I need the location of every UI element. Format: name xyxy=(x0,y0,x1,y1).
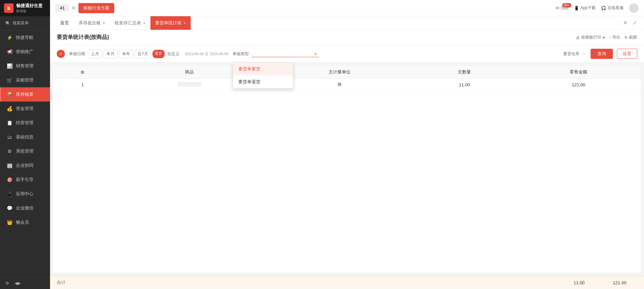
refresh-label: 刷新 xyxy=(629,35,637,40)
print-label: 按模板打印 xyxy=(581,35,601,40)
sidebar-nav: ⚡ 快捷导航 📢 营销推广 📊 销售管理 🛒 采购管理 📦 库存核算 💰 资金管… xyxy=(0,30,50,277)
type-select-dropdown[interactable]: ∧ xyxy=(252,51,319,57)
sidebar-item-purchase[interactable]: 🛒 采购管理 xyxy=(0,73,50,87)
date-range-display: 2023-05-06 至 2023-06-06 xyxy=(185,51,229,57)
page-header: 要货单统计表(按商品) 🖨 按模板打印 ▾ ↑ 导出 ↻ 刷新 xyxy=(50,30,644,45)
table-row: 1 块 11.00 121.00 xyxy=(53,79,641,91)
collapse-sidebar-button[interactable]: ◀▶ xyxy=(15,281,21,286)
footer-label: 合计 xyxy=(54,280,122,286)
print-button[interactable]: 🖨 按模板打印 ▾ xyxy=(576,35,605,40)
type-select-arrow-icon: ∧ xyxy=(314,51,317,56)
export-button[interactable]: ↑ 导出 xyxy=(609,35,620,40)
more-dates-badge[interactable]: 更多 xyxy=(152,50,165,58)
sidebar-footer: ⚙ ◀▶ xyxy=(0,277,50,289)
tab-home[interactable]: 首页 xyxy=(55,16,74,30)
marketing-icon: 📢 xyxy=(6,49,13,54)
main-area: 41 ⚙ 体验行业方案 ✉ 消息 99+ 📱 App下载 🎧 在线客服 首页 xyxy=(50,0,644,289)
dropdown-item-order-return[interactable]: 要货单退货 xyxy=(233,75,293,88)
tab-home-label: 首页 xyxy=(60,20,69,26)
sidebar-item-apps[interactable]: 📱 应用中心 xyxy=(0,187,50,201)
app-download-button[interactable]: 📱 App下载 xyxy=(574,5,596,11)
tab-inventory-batch-close[interactable]: × xyxy=(103,21,105,25)
logo-sub: 标准版 xyxy=(16,9,43,13)
warehouse-more-button[interactable]: ··· xyxy=(582,51,587,57)
online-service-button[interactable]: 🎧 在线客服 xyxy=(601,5,624,11)
tab-order-stats[interactable]: 要货单统计表 × xyxy=(150,16,191,30)
app-download-label: App下载 xyxy=(580,5,596,11)
custom-date-button[interactable]: 自定义 xyxy=(167,51,180,57)
tab-shipment-summary-label: 收发存汇总表 xyxy=(115,20,141,26)
sidebar-item-sales[interactable]: 📊 销售管理 xyxy=(0,59,50,73)
sidebar-item-basic[interactable]: 🗂 基础信息 xyxy=(0,130,50,144)
settings-footer-button[interactable]: ⚙ xyxy=(5,281,9,286)
tab-order-stats-close[interactable]: × xyxy=(184,21,186,25)
operations-icon: 📋 xyxy=(6,120,13,126)
tabs-actions: ✕ ⤢ xyxy=(621,19,639,27)
sidebar-search-area: 🔍 搜索菜单 xyxy=(0,16,50,30)
filter-expand-button[interactable]: » xyxy=(57,50,65,58)
sidebar: b 畅捷通好生意 标准版 🔍 搜索菜单 ⚡ 快捷导航 📢 营销推广 📊 销售管理… xyxy=(0,0,50,289)
members-label: 畅会员 xyxy=(16,219,29,225)
type-dropdown-menu: 要货单要货 要货单退货 xyxy=(233,62,293,89)
export-icon: ↑ xyxy=(609,35,611,40)
tab-shipment-summary[interactable]: 收发存汇总表 × xyxy=(110,16,150,30)
footer-quantity: 11.00 xyxy=(559,280,599,285)
data-table: ⚙ 商品 主计量单位 主数量 零售金额 1 块 11.00 xyxy=(53,66,641,91)
table-footer: 合计 11.00 121.00 xyxy=(50,276,644,289)
tab-inventory-batch[interactable]: 库存批次账 × xyxy=(74,16,110,30)
industry-solution-button[interactable]: 体验行业方案 xyxy=(78,3,114,13)
sidebar-item-members[interactable]: 👑 畅会员 xyxy=(0,215,50,229)
messages-button[interactable]: ✉ 消息 99+ xyxy=(556,5,569,11)
maximize-button[interactable]: ⤢ xyxy=(630,19,639,27)
dropdown-item-order-goods[interactable]: 要货单要货 xyxy=(233,63,293,75)
messages-badge: 99+ xyxy=(562,3,571,7)
sidebar-item-guide[interactable]: 🎯 新手引导 xyxy=(0,173,50,187)
topbar: 41 ⚙ 体验行业方案 ✉ 消息 99+ 📱 App下载 🎧 在线客服 xyxy=(50,0,644,16)
system-label: 系统管理 xyxy=(16,148,33,154)
export-label: 导出 xyxy=(612,35,620,40)
filter-bar: » 单据日期 上月 本月 本年 近7天 更多 自定义 2023-05-06 至 … xyxy=(50,45,644,63)
col-settings[interactable]: ⚙ xyxy=(53,66,112,79)
date-filter-group: 单据日期 上月 本月 本年 近7天 更多 自定义 xyxy=(69,50,180,58)
user-avatar[interactable] xyxy=(629,3,639,13)
last-month-button[interactable]: 上月 xyxy=(88,50,102,58)
search-icon: 🔍 xyxy=(5,21,10,26)
date-label: 单据日期 xyxy=(69,51,85,57)
refresh-icon: ↻ xyxy=(624,35,628,40)
sidebar-item-system[interactable]: ⚙ 系统管理 xyxy=(0,144,50,158)
topbar-settings-icon[interactable]: ⚙ xyxy=(72,5,76,10)
this-month-button[interactable]: 本月 xyxy=(103,50,118,58)
row-index: 1 xyxy=(53,79,112,91)
this-year-button[interactable]: 本年 xyxy=(119,50,133,58)
basic-icon: 🗂 xyxy=(6,134,13,140)
query-button[interactable]: 查询 xyxy=(591,49,613,59)
data-table-container: ⚙ 商品 主计量单位 主数量 零售金额 1 块 11.00 xyxy=(53,65,641,273)
sidebar-item-wechat[interactable]: 💬 企业微信 xyxy=(0,201,50,215)
row-quantity: 11.00 xyxy=(413,79,516,91)
col-amount: 零售金额 xyxy=(516,66,641,79)
sidebar-item-quicknav[interactable]: ⚡ 快捷导航 xyxy=(0,30,50,45)
type-filter-group: 单据类型 ∧ xyxy=(233,51,559,57)
close-all-tabs-button[interactable]: ✕ xyxy=(621,19,629,27)
online-service-label: 在线客服 xyxy=(607,5,624,11)
search-menu-button[interactable]: 🔍 搜索菜单 xyxy=(3,19,47,27)
system-icon: ⚙ xyxy=(6,149,13,154)
last-7days-button[interactable]: 近7天 xyxy=(135,50,151,58)
tab-shipment-summary-close[interactable]: × xyxy=(143,21,145,25)
type-label: 单据类型 xyxy=(233,51,249,57)
sidebar-item-inventory[interactable]: 📦 库存核算 xyxy=(0,87,50,102)
footer-values: 11.00 121.00 xyxy=(122,280,640,285)
members-icon: 👑 xyxy=(6,220,13,225)
sidebar-item-operations[interactable]: 📋 经营管理 xyxy=(0,116,50,130)
sidebar-item-enterprise[interactable]: 🏢 企业协同 xyxy=(0,158,50,173)
finance-label: 资金管理 xyxy=(16,106,33,112)
filter-settings-button[interactable]: 设置 xyxy=(617,49,637,59)
refresh-button[interactable]: ↻ 刷新 xyxy=(624,35,637,40)
wechat-icon: 💬 xyxy=(6,205,13,211)
expand-icon: » xyxy=(60,51,62,56)
logo-icon: b xyxy=(4,3,14,13)
message-icon: ✉ xyxy=(556,6,559,10)
sidebar-item-finance[interactable]: 💰 资金管理 xyxy=(0,102,50,116)
enterprise-icon: 🏢 xyxy=(6,163,13,168)
sidebar-item-marketing[interactable]: 📢 营销推广 xyxy=(0,45,50,59)
